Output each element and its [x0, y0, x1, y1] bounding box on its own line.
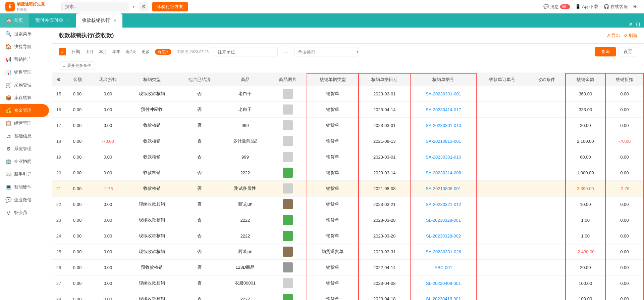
cell-verify-no[interactable]: SA-20210808-001	[410, 181, 476, 197]
col-header-gear[interactable]: ⚙	[52, 73, 65, 86]
sidebar-item-purchase[interactable]: 🛒 采购管理	[0, 79, 52, 91]
cell-verify-no[interactable]: SA-20230414-017	[410, 102, 476, 118]
verify-no-link[interactable]: SL-20230328-002	[426, 233, 461, 239]
sidebar-item-inventory[interactable]: 📦 库存核算	[0, 91, 52, 104]
verify-no-link[interactable]: SA-20230301-010	[426, 155, 461, 160]
cell-verify-no[interactable]: SL-20230328-002	[410, 228, 476, 244]
tab-receipt[interactable]: 收款核销执行 ✕	[76, 13, 122, 28]
tab-close-prepay-icon[interactable]: ✕	[67, 18, 70, 23]
phone-icon: 📱	[575, 4, 581, 9]
cell-product-image	[269, 102, 307, 118]
cell-verify-no[interactable]: SA-20210813-001	[410, 133, 476, 149]
cell-verify-amount: -2,430.00	[566, 244, 605, 260]
tab-home[interactable]: 🏠 首页	[0, 13, 29, 28]
cell-product-image	[269, 260, 307, 275]
cell-verify-no[interactable]: SA-20230314-008	[410, 165, 476, 181]
online-service-button[interactable]: 🎧 在线客服	[604, 4, 628, 10]
sidebar-item-basic[interactable]: 🗂 基础信息	[0, 130, 52, 142]
refresh-button[interactable]: ↺ 刷新	[624, 33, 637, 39]
verify-no-link[interactable]: SA-20230321-012	[426, 202, 461, 207]
sidebar-item-marketing[interactable]: 📢 营销推广	[0, 53, 52, 66]
verify-no-link[interactable]: SA-20210813-001	[426, 139, 461, 144]
verify-no-link[interactable]: SA-20230314-008	[426, 170, 461, 175]
filter-setting-button[interactable]: 设置	[619, 47, 637, 56]
cell-receipt-order-no	[476, 118, 528, 133]
voucher-type-select[interactable]	[294, 47, 358, 56]
verify-no-link[interactable]: SL-20230418-001	[426, 296, 461, 300]
export-button[interactable]: ↗ 导出	[606, 33, 620, 39]
sidebar-item-sales[interactable]: 📊 销售管理	[0, 66, 52, 79]
this-year-link[interactable]: 本年	[112, 49, 120, 55]
cell-verify-no[interactable]: SA-20230331-026	[410, 244, 476, 260]
cell-verify-no[interactable]: SA-20230301-010	[410, 149, 476, 165]
cell-verify-no[interactable]: ABC-001	[410, 260, 476, 275]
custom-date-badge[interactable]: 自定义	[155, 49, 171, 55]
cell-receipt-condition	[528, 260, 566, 275]
cell-verify-no[interactable]: SL-20230418-001	[410, 291, 476, 300]
cell-num: 21	[52, 181, 65, 197]
sidebar-item-operations[interactable]: 📋 经营管理	[0, 117, 52, 130]
search-input[interactable]	[61, 2, 128, 11]
maximize-window-icon[interactable]: ⊡	[636, 21, 640, 28]
cell-verify-voucher-type: 销货单	[307, 165, 359, 181]
cell-balance: 0.00	[65, 228, 89, 244]
query-button[interactable]: 查询	[595, 47, 616, 56]
tab-close-receipt-icon[interactable]: ✕	[113, 18, 116, 23]
user-name[interactable]: Rit	[633, 4, 639, 9]
cell-balance: 0.00	[65, 181, 89, 197]
inventory-icon: 📦	[5, 95, 11, 101]
gear-column-icon: ⚙	[57, 77, 61, 82]
message-button[interactable]: 💬 消息 99+	[543, 4, 570, 10]
sidebar-item-wechat[interactable]: 💬 企业微信	[0, 194, 52, 206]
verify-no-link[interactable]: ABC-001	[435, 265, 452, 270]
verify-no-link[interactable]: SL-20230408-001	[426, 281, 461, 286]
cell-verify-type: 收款核销	[126, 133, 177, 149]
last-7-days-link[interactable]: 近7天	[126, 49, 136, 55]
verify-no-link[interactable]: SA-20210808-001	[426, 186, 461, 191]
voucher-type-arrow-icon: ▾	[357, 49, 359, 54]
cell-verify-date: 2023-03-01	[359, 149, 410, 165]
wechat-icon: 💬	[5, 197, 11, 203]
close-window-icon[interactable]: ✕	[629, 21, 633, 28]
sidebar-item-shortcut[interactable]: 🏠 快捷导航	[0, 40, 52, 53]
collapse-filter-button[interactable]: »	[59, 48, 66, 55]
verify-no-link[interactable]: SL-20230328-001	[426, 218, 461, 223]
tab-prepay[interactable]: 预付冲应付单 ✕	[29, 13, 76, 28]
cell-verify-no[interactable]: SA-20230301-010	[410, 118, 476, 133]
cell-product: 测试jun	[221, 244, 269, 260]
verify-no-link[interactable]: SA-20230414-017	[426, 107, 461, 112]
counterparty-input[interactable]	[214, 47, 278, 56]
sidebar-item-enterprise[interactable]: 🏢 企业协同	[0, 155, 52, 168]
cell-num: 28	[52, 291, 65, 300]
sidebar-item-hardware[interactable]: 💻 智能硬件	[0, 181, 52, 194]
sidebar-item-newbie[interactable]: 📖 新手引导	[0, 168, 52, 181]
verify-no-link[interactable]: SA-20230301-010	[426, 123, 461, 128]
app-download-button[interactable]: 📱 App下载	[575, 4, 598, 10]
cell-verify-amount: 20.00	[566, 260, 605, 275]
cell-verify-no[interactable]: SL-20230328-001	[410, 212, 476, 228]
last-month-link[interactable]: 上月	[86, 49, 94, 55]
sidebar-item-member[interactable]: V 畅会员	[0, 206, 52, 219]
verify-no-link[interactable]: SA-20230301-001	[426, 91, 461, 96]
cell-product-image	[269, 197, 307, 212]
verify-no-link[interactable]: SA-20230331-026	[426, 249, 461, 254]
table-wrapper[interactable]: ⚙ 余额 现金折扣 核销类型 包含已结清 商品 商品图片 核销单据类型 核销单据…	[52, 73, 644, 300]
sidebar-item-search[interactable]: 🔍 搜索菜单	[0, 28, 52, 40]
cell-verify-no[interactable]: SA-20230301-001	[410, 86, 476, 102]
cell-verify-no[interactable]: SL-20230408-001	[410, 275, 476, 291]
col-header-include-settled: 包含已结清	[177, 73, 221, 86]
cell-verify-no[interactable]: SA-20230321-012	[410, 197, 476, 212]
expand-more-button[interactable]: ⌄ 展开更多条件	[59, 61, 95, 70]
industry-button[interactable]: 休验行业方案	[152, 2, 188, 11]
cell-receipt-condition	[528, 86, 566, 102]
cell-verify-discount: 0.00	[605, 165, 644, 181]
sidebar-item-capital[interactable]: 💰 资金管理	[0, 104, 49, 117]
cell-include-settled: 否	[177, 260, 221, 275]
dropdown-arrow-icon[interactable]: ▾	[132, 4, 135, 9]
cell-verify-date: 2023-03-14	[359, 165, 410, 181]
this-month-link[interactable]: 本月	[99, 49, 107, 55]
settings-icon[interactable]: ⚙	[139, 2, 148, 11]
sidebar-item-system[interactable]: ⚙ 系统管理	[0, 142, 52, 155]
cell-receipt-order-no	[476, 149, 528, 165]
more-date-link[interactable]: 更多	[142, 49, 150, 55]
